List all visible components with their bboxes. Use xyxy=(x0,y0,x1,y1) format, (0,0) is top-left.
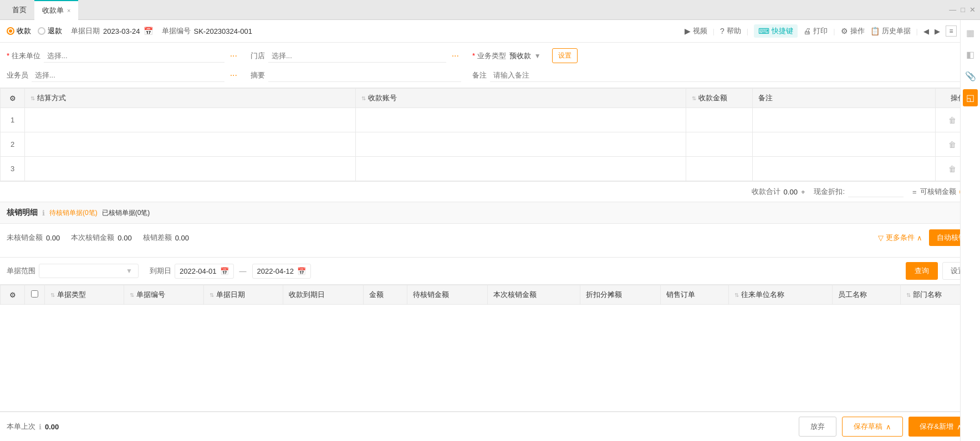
remark-input[interactable] xyxy=(490,69,973,82)
tab-bar: 首页 收款单 × — □ ✕ xyxy=(0,0,980,20)
sort-account-icon[interactable]: ⇅ xyxy=(361,95,366,101)
account-cell-2[interactable] xyxy=(355,132,686,157)
select-all-checkbox[interactable] xyxy=(31,290,38,298)
sales-more-icon[interactable]: ··· xyxy=(228,70,239,80)
maximize-icon[interactable]: □ xyxy=(961,6,965,14)
due-date-filter: 到期日 2022-04-01 📅 — 2022-04-12 📅 xyxy=(150,264,311,279)
print-btn[interactable]: 🖨 打印 xyxy=(803,26,828,36)
bottom-col-counterpart-header: ⇅ 往来单位名称 xyxy=(728,285,832,305)
col-remark-header: 备注 xyxy=(753,89,936,108)
bottom-col-checkbox-header[interactable] xyxy=(25,285,45,305)
radio-refund[interactable]: 退款 xyxy=(38,26,62,36)
section-title: 核销明细 xyxy=(7,208,38,218)
query-btn[interactable]: 查询 xyxy=(906,262,938,280)
remark-cell-2[interactable] xyxy=(753,132,936,157)
side-expand-icon[interactable]: ◱ xyxy=(963,89,978,106)
amount-cell-1[interactable] xyxy=(686,108,753,132)
delete-row-3-icon[interactable]: 🗑 xyxy=(948,165,956,173)
account-cell-1[interactable] xyxy=(355,108,686,132)
help-btn[interactable]: ? 帮助 xyxy=(720,26,741,36)
counterpart-input[interactable] xyxy=(44,49,224,63)
range-select[interactable]: ▼ xyxy=(39,264,139,278)
verify-row: 未核销金额 0.00 本次核销金额 0.00 核销差额 0.00 ▽ 更多条件 … xyxy=(7,229,973,246)
bottom-col-pending-header: 待核销金额 xyxy=(407,285,487,305)
col-setting-header[interactable]: ⚙ xyxy=(1,89,25,108)
delete-row-2-icon[interactable]: 🗑 xyxy=(948,140,956,149)
nav-next-btn[interactable]: ▶ xyxy=(935,27,940,35)
range-chevron-icon: ▼ xyxy=(126,267,132,275)
settlement-cell-1[interactable] xyxy=(25,108,356,132)
business-type-chevron-icon[interactable]: ▼ xyxy=(534,52,541,60)
store-input[interactable] xyxy=(268,49,446,63)
history-btn[interactable]: 📋 历史单据 xyxy=(870,26,911,36)
date-from-calendar-icon[interactable]: 📅 xyxy=(220,267,229,275)
bottom-table: ⚙ ⇅ 单据类型 ⇅ 单据编号 xyxy=(0,285,980,305)
operation-btn[interactable]: ⚙ 操作 xyxy=(841,26,865,36)
done-tab[interactable]: 已核销单据(0笔) xyxy=(102,208,150,218)
verify-section-header: 核销明细 ℹ 待核销单据(0笔) 已核销单据(0笔) xyxy=(0,202,980,224)
tab-receipt[interactable]: 收款单 × xyxy=(34,0,78,20)
summary-input[interactable] xyxy=(268,69,461,82)
page-footer: 本单上次 ℹ 0.00 放弃 保存草稿 ∧ 保存&新增 ∧ xyxy=(0,411,980,441)
footer-info-icon[interactable]: ℹ xyxy=(39,423,42,431)
help-icon: ? xyxy=(720,27,724,35)
sum-total: 收款合计 0.00 + xyxy=(752,187,805,197)
radio-receipt[interactable]: 收款 xyxy=(7,26,31,36)
sort-counterpart-icon[interactable]: ⇅ xyxy=(734,292,739,298)
section-info-icon[interactable]: ℹ xyxy=(42,209,45,217)
settlement-cell-2[interactable] xyxy=(25,132,356,157)
sort-date-icon[interactable]: ⇅ xyxy=(210,292,214,298)
range-filter: 单据范围 ▼ xyxy=(7,264,139,278)
sort-settlement-icon[interactable]: ⇅ xyxy=(30,95,35,101)
save-draft-btn[interactable]: 保存草稿 ∧ xyxy=(842,417,903,437)
amount-cell-3[interactable] xyxy=(686,157,753,181)
nav-prev-btn[interactable]: ◀ xyxy=(923,27,929,35)
tab-close-icon[interactable]: × xyxy=(67,1,70,20)
col-settlement-header: ⇅ 结算方式 xyxy=(25,89,356,108)
filter-row: 单据范围 ▼ 到期日 2022-04-01 📅 — 2022-04-12 📅 查… xyxy=(0,258,980,285)
verify-area: 未核销金额 0.00 本次核销金额 0.00 核销差额 0.00 ▽ 更多条件 … xyxy=(0,224,980,258)
pending-tab[interactable]: 待核销单据(0笔) xyxy=(49,208,98,218)
form-row-1: 往来单位 ··· 门店 ··· 业务类型 预收款 ▼ 设置 xyxy=(7,48,973,63)
table-gear-icon[interactable]: ⚙ xyxy=(9,94,16,102)
unchecked-value: 0.00 xyxy=(46,234,60,242)
bottom-col-setting-header[interactable]: ⚙ xyxy=(1,285,25,305)
side-attachment-icon[interactable]: 📎 xyxy=(962,68,979,85)
more-conditions-btn[interactable]: ▽ 更多条件 ∧ xyxy=(878,233,922,243)
remark-cell-3[interactable] xyxy=(753,157,936,181)
unchecked-field: 未核销金额 0.00 xyxy=(7,233,60,243)
side-layout-icon[interactable]: ◧ xyxy=(963,46,978,63)
discount-input[interactable] xyxy=(848,186,904,197)
counterpart-more-icon[interactable]: ··· xyxy=(228,51,239,61)
video-btn[interactable]: ▶ 视频 xyxy=(685,26,707,36)
tab-home[interactable]: 首页 xyxy=(4,0,34,20)
close-icon[interactable]: ✕ xyxy=(969,6,976,14)
side-table-icon[interactable]: ▦ xyxy=(963,24,978,42)
date-calendar-icon[interactable]: 📅 xyxy=(144,27,153,35)
remark-cell-1[interactable] xyxy=(753,108,936,132)
minimize-icon[interactable]: — xyxy=(949,6,956,14)
sort-type-icon[interactable]: ⇅ xyxy=(50,292,55,298)
bottom-col-type-header: ⇅ 单据类型 xyxy=(45,285,124,305)
operation-icon: ⚙ xyxy=(841,27,848,35)
date-to-calendar-icon[interactable]: 📅 xyxy=(297,267,306,275)
footer-actions: 放弃 保存草稿 ∧ 保存&新增 ∧ xyxy=(799,417,973,437)
form-settings-btn[interactable]: 设置 xyxy=(552,48,578,63)
list-view-icon[interactable]: ≡ xyxy=(946,25,957,37)
date-to-input[interactable]: 2022-04-12 📅 xyxy=(252,264,312,279)
abandon-btn[interactable]: 放弃 xyxy=(799,417,836,437)
date-from-input[interactable]: 2022-04-01 📅 xyxy=(175,264,234,279)
settlement-cell-3[interactable] xyxy=(25,157,356,181)
shortcut-btn[interactable]: ⌨ 快捷键 xyxy=(754,24,798,38)
bottom-col-sales-order-header: 销售订单 xyxy=(660,285,728,305)
print-icon: 🖨 xyxy=(803,27,811,35)
delete-row-1-icon[interactable]: 🗑 xyxy=(948,116,956,125)
sort-amount-icon[interactable]: ⇅ xyxy=(692,95,696,101)
sales-input[interactable] xyxy=(32,69,224,82)
sort-dept-icon[interactable]: ⇅ xyxy=(906,292,911,298)
amount-cell-2[interactable] xyxy=(686,132,753,157)
bottom-table-area: ⚙ ⇅ 单据类型 ⇅ 单据编号 xyxy=(0,285,980,411)
account-cell-3[interactable] xyxy=(355,157,686,181)
sort-number-icon[interactable]: ⇅ xyxy=(130,292,134,298)
store-more-icon[interactable]: ··· xyxy=(450,51,461,61)
